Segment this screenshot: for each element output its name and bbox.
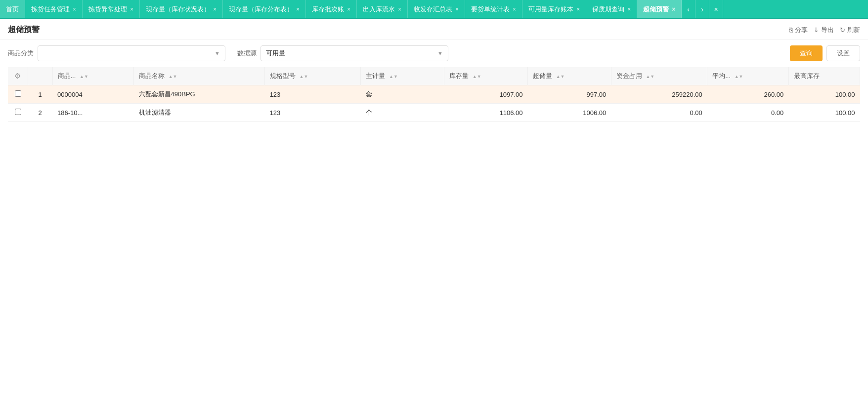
nav-expiry[interactable]: 保质期查询 × (586, 0, 637, 18)
nav-exception[interactable]: 拣货异常处理 × (83, 0, 140, 18)
sort-avg-icon[interactable]: ▲▼ (735, 74, 743, 79)
page-header: 超储预警 ⎘ 分享 ⇓ 导出 ↻ 刷新 (0, 19, 868, 40)
top-navigation: 首页 拣货任务管理 × 拣货异常处理 × 现存量（库存状况表） × 现存量（库存… (0, 0, 868, 19)
nav-available-stock[interactable]: 可用量库存账本 × (522, 0, 586, 18)
row-overstock: 997.00 (528, 85, 611, 104)
row-spec: 123 (264, 85, 360, 104)
nav-flow[interactable]: 出入库流水 × (357, 0, 408, 18)
sort-unit-icon[interactable]: ▲▼ (389, 74, 398, 79)
page-title: 超储预警 (8, 25, 40, 35)
category-chevron-icon: ▼ (215, 50, 220, 56)
row-overstock: 1006.00 (528, 104, 611, 122)
col-maxstock[interactable]: 最高库存 (788, 67, 860, 85)
refresh-icon: ↻ (840, 26, 845, 34)
nav-overstock-close[interactable]: × (672, 6, 675, 13)
row-checkbox[interactable] (15, 90, 21, 97)
share-button[interactable]: ⎘ 分享 (789, 26, 808, 35)
row-maxstock: 100.00 (788, 104, 860, 122)
row-num: 2 (28, 104, 52, 122)
col-capital[interactable]: 资金占用 ▲▼ (611, 67, 707, 85)
sort-capital-icon[interactable]: ▲▼ (646, 74, 654, 79)
category-select[interactable]: ▼ (38, 45, 225, 61)
datasource-select-value: 可用量 (266, 49, 285, 58)
nav-home[interactable]: 首页 (0, 0, 25, 18)
row-gear-cell (8, 85, 28, 104)
nav-stock-dist[interactable]: 现存量（库存分布表） × (223, 0, 306, 18)
share-icon: ⎘ (789, 26, 793, 34)
col-name[interactable]: 商品名称 ▲▼ (134, 67, 265, 85)
nav-expiry-close[interactable]: × (627, 6, 631, 13)
row-gear-cell (8, 104, 28, 122)
row-num: 1 (28, 85, 52, 104)
datasource-label: 数据源 (237, 49, 257, 58)
category-label: 商品分类 (8, 49, 34, 58)
row-name: 六配套新昌490BPG (134, 85, 265, 104)
row-avg: 0.00 (707, 104, 789, 122)
gear-icon[interactable]: ⚙ (14, 72, 21, 80)
column-settings: ⚙ (8, 67, 28, 85)
sort-code-icon[interactable]: ▲▼ (80, 74, 88, 79)
row-unit: 个 (361, 104, 444, 122)
filter-actions: 查询 设置 (790, 45, 860, 61)
nav-task-mgmt[interactable]: 拣货任务管理 × (25, 0, 83, 18)
table-body: 1 0000004 六配套新昌490BPG 123 套 1097.00 997.… (8, 85, 860, 122)
sort-overstock-icon[interactable]: ▲▼ (556, 74, 565, 79)
row-capital: 0.00 (611, 104, 707, 122)
col-num (28, 67, 52, 85)
overstock-table: ⚙ 商品... ▲▼ 商品名称 ▲▼ 规格型号 ▲▼ (8, 67, 860, 122)
header-actions: ⎘ 分享 ⇓ 导出 ↻ 刷新 (789, 26, 860, 35)
col-stock[interactable]: 库存量 ▲▼ (444, 67, 528, 85)
row-code: 186-10... (52, 104, 134, 122)
sort-name-icon[interactable]: ▲▼ (169, 74, 177, 79)
nav-order-close[interactable]: × (513, 6, 516, 13)
row-maxstock: 100.00 (788, 85, 860, 104)
row-avg: 260.00 (707, 85, 789, 104)
export-icon: ⇓ (814, 26, 819, 34)
sort-stock-icon[interactable]: ▲▼ (473, 74, 481, 79)
nav-prev-arrow[interactable]: ‹ (682, 0, 695, 18)
row-stock: 1097.00 (444, 85, 528, 104)
row-name: 机油滤清器 (134, 104, 265, 122)
export-button[interactable]: ⇓ 导出 (814, 26, 834, 35)
nav-close-arrow[interactable]: × (709, 0, 723, 18)
refresh-button[interactable]: ↻ 刷新 (840, 26, 860, 35)
nav-summary-close[interactable]: × (455, 6, 459, 13)
row-capital: 259220.00 (611, 85, 707, 104)
col-unit[interactable]: 主计量 ▲▼ (361, 67, 444, 85)
nav-batch-account[interactable]: 库存批次账 × (306, 0, 357, 18)
datasource-chevron-icon: ▼ (437, 50, 443, 56)
nav-summary[interactable]: 收发存汇总表 × (408, 0, 465, 18)
query-button[interactable]: 查询 (790, 45, 823, 61)
col-avg[interactable]: 平均... ▲▼ (707, 67, 789, 85)
col-spec[interactable]: 规格型号 ▲▼ (264, 67, 360, 85)
row-stock: 1106.00 (444, 104, 528, 122)
nav-batch-close[interactable]: × (347, 6, 350, 13)
nav-task-mgmt-close[interactable]: × (73, 6, 76, 13)
row-unit: 套 (361, 85, 444, 104)
table-row: 1 0000004 六配套新昌490BPG 123 套 1097.00 997.… (8, 85, 860, 104)
table-header-row: ⚙ 商品... ▲▼ 商品名称 ▲▼ 规格型号 ▲▼ (8, 67, 860, 85)
nav-stock-status-close[interactable]: × (213, 6, 217, 13)
nav-exception-close[interactable]: × (130, 6, 133, 13)
nav-flow-close[interactable]: × (398, 6, 401, 13)
col-code[interactable]: 商品... ▲▼ (52, 67, 134, 85)
nav-stock-status[interactable]: 现存量（库存状况表） × (140, 0, 223, 18)
row-code: 0000004 (52, 85, 134, 104)
filter-area: 商品分类 ▼ 数据源 可用量 ▼ 查询 设置 (0, 40, 868, 67)
nav-overstock[interactable]: 超储预警 × (637, 0, 682, 18)
nav-available-close[interactable]: × (576, 6, 580, 13)
nav-stock-dist-close[interactable]: × (296, 6, 300, 13)
settings-button[interactable]: 设置 (826, 45, 860, 61)
datasource-select[interactable]: 可用量 ▼ (260, 45, 448, 61)
category-filter-group: 商品分类 ▼ (8, 45, 225, 61)
nav-order-stats[interactable]: 要货单统计表 × (465, 0, 522, 18)
col-overstock[interactable]: 超储量 ▲▼ (528, 67, 611, 85)
sort-spec-icon[interactable]: ▲▼ (300, 74, 308, 79)
row-spec: 123 (264, 104, 360, 122)
row-checkbox[interactable] (15, 109, 21, 115)
page-container: 超储预警 ⎘ 分享 ⇓ 导出 ↻ 刷新 商品分类 ▼ 数据源 (0, 19, 868, 395)
nav-next-arrow[interactable]: › (695, 0, 709, 18)
table-row: 2 186-10... 机油滤清器 123 个 1106.00 1006.00 … (8, 104, 860, 122)
table-container: ⚙ 商品... ▲▼ 商品名称 ▲▼ 规格型号 ▲▼ (0, 67, 868, 122)
datasource-filter-group: 数据源 可用量 ▼ (237, 45, 448, 61)
